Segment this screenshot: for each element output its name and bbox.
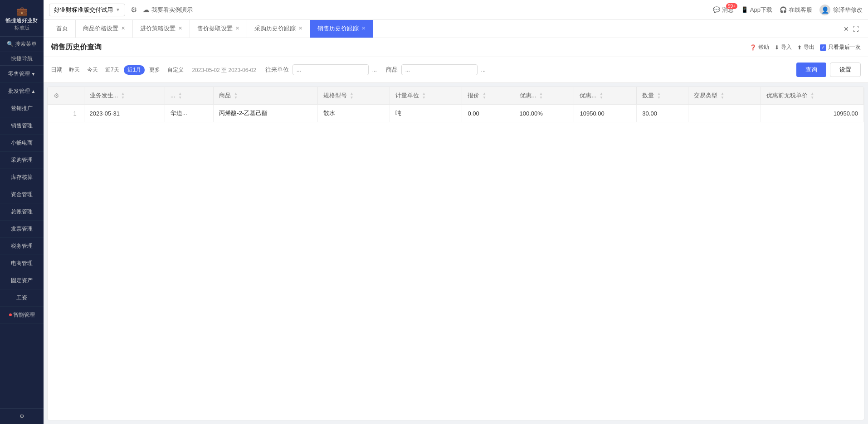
- sidebar-item-purchase[interactable]: 采购管理: [0, 152, 44, 169]
- col-header-product[interactable]: 商品 ▲ ▼: [214, 87, 318, 105]
- col-header-num: [66, 87, 84, 105]
- tab-home[interactable]: 首页: [49, 20, 76, 38]
- tab-product-price[interactable]: 商品价格设置 ✕: [76, 20, 133, 38]
- col-header-more[interactable]: ... ▲ ▼: [165, 87, 214, 105]
- sidebar-item-ecommerce[interactable]: 电商管理: [0, 255, 44, 272]
- user-name: 徐泽华修改: [833, 6, 863, 14]
- product-input[interactable]: [401, 64, 478, 75]
- user-info[interactable]: 👤 徐泽华修改: [819, 5, 863, 15]
- partner-label: 往来单位: [265, 66, 289, 74]
- filter-actions: 查询 设置: [796, 63, 861, 77]
- help-btn[interactable]: ❓ 帮助: [750, 43, 769, 51]
- col-header-discount-rate[interactable]: 优惠... ▲ ▼: [514, 87, 574, 105]
- date-btn-custom[interactable]: 自定义: [165, 65, 186, 75]
- product-selector[interactable]: 好业财标准版交付试用 ▼: [49, 4, 125, 16]
- demo-btn[interactable]: ☁ 我要看实例演示: [142, 5, 193, 14]
- sidebar-item-retail[interactable]: 零售管理 ▼: [0, 66, 44, 83]
- sidebar-item-invoice[interactable]: 发票管理: [0, 221, 44, 238]
- row-business-date: 2023-05-31: [84, 105, 165, 122]
- close-icon[interactable]: ✕: [361, 25, 366, 31]
- product-more-btn[interactable]: ...: [481, 67, 486, 73]
- gear-icon[interactable]: ⚙: [54, 92, 59, 99]
- sidebar-item-finance[interactable]: 资金管理: [0, 186, 44, 203]
- date-btn-1month[interactable]: 近1月: [124, 65, 145, 75]
- row-discount-price: 10950.00: [574, 105, 637, 122]
- sidebar-item-payroll[interactable]: 工资: [0, 289, 44, 307]
- col-header-trade-type[interactable]: 交易类型 ▲ ▼: [688, 87, 761, 105]
- col-header-unit[interactable]: 计量单位 ▲ ▼: [390, 87, 462, 105]
- logo-icon: 💼: [4, 5, 40, 17]
- row-more: 华迫...: [165, 105, 214, 122]
- export-btn[interactable]: ⬆ 导出: [797, 43, 814, 51]
- sidebar-item-tax[interactable]: 税务管理: [0, 238, 44, 255]
- sidebar-item-label: 批发管理: [8, 87, 30, 95]
- col-label: 优惠...: [580, 92, 596, 99]
- date-btn-more[interactable]: 更多: [146, 65, 163, 75]
- settings-btn[interactable]: 设置: [830, 63, 861, 77]
- col-label: 数量: [642, 92, 654, 99]
- close-icon[interactable]: ✕: [235, 25, 239, 31]
- sort-icon: ▲ ▼: [483, 92, 486, 100]
- tab-price-strategy[interactable]: 进价策略设置 ✕: [133, 20, 190, 38]
- sidebar-item-sales[interactable]: 销售管理: [0, 117, 44, 135]
- col-header-discount-price[interactable]: 优惠... ▲ ▼: [574, 87, 637, 105]
- demo-label: 我要看实例演示: [151, 6, 193, 14]
- import-btn[interactable]: ⬇ 导入: [775, 43, 792, 51]
- col-header-pretax-price[interactable]: 优惠前无税单价 ▲ ▼: [761, 87, 863, 105]
- col-header-settings[interactable]: ⚙: [48, 87, 66, 105]
- date-btn-yesterday[interactable]: 昨天: [66, 65, 83, 75]
- row-unit: 吨: [390, 105, 462, 122]
- sidebar-item-inventory[interactable]: 库存核算: [0, 169, 44, 186]
- topbar-settings-btn[interactable]: ⚙: [131, 5, 137, 14]
- tab-sales-history[interactable]: 销售历史价跟踪 ✕: [310, 20, 373, 38]
- gear-icon: ⚙: [20, 413, 24, 419]
- col-label: 报价: [468, 92, 479, 99]
- sort-icon: ▲ ▼: [539, 92, 543, 100]
- sidebar-item-ecommerce-small[interactable]: 小畅电商: [0, 135, 44, 152]
- tab-price-extract[interactable]: 售价提取设置 ✕: [190, 20, 247, 38]
- sidebar-item-smart[interactable]: 智能管理: [0, 307, 44, 324]
- topbar-right: 💬 消息 99+ 📱 App下载 🎧 在线客服 👤 徐泽华修改: [713, 5, 863, 15]
- col-header-price[interactable]: 报价 ▲ ▼: [462, 87, 514, 105]
- sidebar-quick-nav[interactable]: 快捷导航: [0, 52, 44, 66]
- sidebar-search[interactable]: 🔍 搜索菜单: [0, 37, 44, 52]
- close-window-btn[interactable]: ✕: [844, 25, 849, 33]
- query-btn[interactable]: 查询: [796, 63, 826, 77]
- data-table: ⚙ 业务发生... ▲ ▼ ... ▲ ▼: [48, 87, 864, 122]
- only-last-checkbox-group[interactable]: ✓ 只看最后一次: [820, 43, 861, 51]
- main-content: 好业财标准版交付试用 ▼ ⚙ ☁ 我要看实例演示 💬 消息 99+ 📱 App下…: [44, 0, 868, 424]
- search-label: 搜索菜单: [15, 41, 37, 47]
- only-last-checkbox[interactable]: ✓: [820, 44, 826, 51]
- question-icon: ❓: [750, 44, 756, 51]
- sidebar-item-label: 电商管理: [11, 260, 33, 267]
- col-header-business-date[interactable]: 业务发生... ▲ ▼: [84, 87, 165, 105]
- messages-btn[interactable]: 💬 消息 99+: [713, 6, 734, 14]
- maximize-window-btn[interactable]: ⛶: [853, 25, 859, 33]
- sidebar-item-assets[interactable]: 固定资产: [0, 272, 44, 289]
- table-row[interactable]: 1 2023-05-31 华迫... 丙烯酸-2-乙基己酯 散水 吨 0.00 …: [48, 105, 864, 122]
- partner-more-btn[interactable]: ...: [372, 67, 377, 73]
- import-label: 导入: [781, 43, 792, 51]
- sort-icon: ▲ ▼: [178, 92, 182, 100]
- partner-input[interactable]: [293, 64, 369, 75]
- close-icon[interactable]: ✕: [121, 25, 125, 31]
- topbar: 好业财标准版交付试用 ▼ ⚙ ☁ 我要看实例演示 💬 消息 99+ 📱 App下…: [44, 0, 868, 20]
- col-header-spec[interactable]: 规格型号 ▲ ▼: [317, 87, 390, 105]
- tab-label: 售价提取设置: [197, 24, 233, 33]
- sidebar-settings-btn[interactable]: ⚙: [0, 408, 44, 424]
- app-download-btn[interactable]: 📱 App下载: [741, 6, 772, 14]
- date-btn-today[interactable]: 今天: [84, 65, 101, 75]
- sidebar-item-marketing[interactable]: 营销推广: [0, 100, 44, 117]
- close-icon[interactable]: ✕: [298, 25, 302, 31]
- sidebar-item-ledger[interactable]: 总账管理: [0, 203, 44, 221]
- col-header-quantity[interactable]: 数量 ▲ ▼: [637, 87, 688, 105]
- tab-purchase-history[interactable]: 采购历史价跟踪 ✕: [247, 20, 310, 38]
- online-service-btn[interactable]: 🎧 在线客服: [780, 6, 812, 14]
- date-btn-7days[interactable]: 近7天: [102, 65, 122, 75]
- row-discount-rate: 100.00%: [514, 105, 574, 122]
- sidebar-item-wholesale[interactable]: 批发管理 ▲: [0, 83, 44, 100]
- date-filter-group: 日期 昨天 今天 近7天 近1月 更多 自定义 2023-05-02 至 202…: [51, 65, 256, 75]
- close-icon[interactable]: ✕: [178, 25, 182, 31]
- row-quantity: 30.00: [637, 105, 688, 122]
- date-range: 2023-05-02 至 2023-06-02: [192, 67, 256, 74]
